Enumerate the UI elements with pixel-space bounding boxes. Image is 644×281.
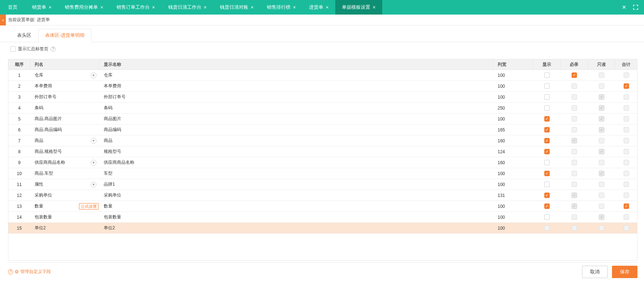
- cell-width[interactable]: 100: [493, 92, 533, 102]
- table-row[interactable]: 11属性+品牌1100: [8, 179, 637, 190]
- table-row[interactable]: 7商品+商品160: [8, 135, 637, 146]
- close-icon[interactable]: ✕: [372, 5, 376, 10]
- checkbox[interactable]: [544, 160, 550, 165]
- checkbox: [599, 138, 604, 143]
- checkbox: [599, 105, 604, 111]
- app-tab[interactable]: 单据模板设置✕: [335, 0, 382, 15]
- checkbox[interactable]: [544, 83, 550, 89]
- show-summary-checkbox[interactable]: [10, 46, 16, 52]
- cell-display-name[interactable]: 包装数量: [99, 212, 493, 222]
- table-row[interactable]: 2本单费用本单费用100: [8, 81, 637, 92]
- cell-width[interactable]: 160: [493, 135, 533, 146]
- formula-button[interactable]: 公式设置: [79, 203, 99, 210]
- app-tab[interactable]: 进货单✕: [303, 0, 335, 15]
- table-row[interactable]: 5商品.商品图片商品图片100: [8, 114, 637, 124]
- table-row[interactable]: 13数量公式设置数量100: [8, 201, 637, 212]
- cell-show: [533, 157, 561, 168]
- cell-display-name[interactable]: 商品编码: [99, 124, 493, 135]
- app-tab[interactable]: 首页: [0, 0, 25, 15]
- cell-display-name[interactable]: 条码: [99, 103, 493, 113]
- checkbox[interactable]: [572, 72, 577, 78]
- cell-display-name[interactable]: 采购单位: [99, 190, 493, 201]
- table-body[interactable]: 1仓库+仓库1002本单费用本单费用1003外部订单号外部订单号1004条码条码…: [8, 70, 637, 261]
- cancel-button[interactable]: 取消: [582, 266, 608, 278]
- add-icon[interactable]: +: [91, 138, 96, 144]
- checkbox[interactable]: [544, 94, 550, 100]
- help-icon[interactable]: ?: [51, 47, 56, 52]
- app-tab[interactable]: 销货单✕: [25, 0, 58, 15]
- section-tab[interactable]: 表头区: [10, 29, 38, 42]
- cell-width[interactable]: 100: [493, 168, 533, 179]
- close-icon[interactable]: ✕: [100, 5, 103, 10]
- cell-display-name[interactable]: 供应商商品名称: [99, 157, 493, 168]
- cell-display-name[interactable]: 品牌1: [99, 179, 493, 190]
- section-tab[interactable]: 表体区-进货单明细: [38, 29, 91, 42]
- checkbox[interactable]: [544, 203, 550, 209]
- checkbox[interactable]: [544, 72, 550, 78]
- add-icon[interactable]: +: [91, 160, 96, 166]
- manage-custom-fields-link[interactable]: ? ⚙ 管理自定义字段: [8, 269, 51, 275]
- save-button[interactable]: 保存: [612, 266, 637, 278]
- cell-width[interactable]: 100: [493, 212, 533, 222]
- checkbox[interactable]: [544, 214, 550, 220]
- cell-display-name[interactable]: 外部订单号: [99, 92, 493, 102]
- app-tab[interactable]: 销售订单工作台✕: [110, 0, 162, 15]
- cell-display-name[interactable]: 商品图片: [99, 114, 493, 124]
- breadcrumb-toggle-icon[interactable]: »: [0, 15, 6, 25]
- checkbox[interactable]: [544, 127, 550, 132]
- cell-width[interactable]: 100: [493, 114, 533, 124]
- table-row[interactable]: 1仓库+仓库100: [8, 70, 637, 81]
- app-tab[interactable]: 销售费用分摊单✕: [58, 0, 110, 15]
- checkbox[interactable]: [544, 149, 550, 154]
- close-icon[interactable]: ✕: [204, 5, 207, 10]
- app-tab[interactable]: 钱货日清工作台✕: [162, 0, 213, 15]
- cell-width[interactable]: 160: [493, 157, 533, 168]
- cell-display-name[interactable]: 仓库: [99, 70, 493, 80]
- app-tab[interactable]: 钱货日清对账✕: [213, 0, 260, 15]
- table-row[interactable]: 3外部订单号外部订单号100: [8, 92, 637, 103]
- table-row[interactable]: 10商品.车型车型100: [8, 168, 637, 179]
- table-row[interactable]: 4条码条码250: [8, 103, 637, 114]
- close-icon[interactable]: ✕: [250, 5, 254, 10]
- close-all-icon[interactable]: ✕: [619, 3, 629, 12]
- cell-width[interactable]: 131: [493, 190, 533, 201]
- cell-width[interactable]: 165: [493, 124, 533, 135]
- cell-display-name[interactable]: 商品: [99, 135, 493, 146]
- checkbox[interactable]: [624, 83, 629, 89]
- table-row[interactable]: 6商品.商品编码商品编码165: [8, 124, 637, 135]
- table-row[interactable]: 8商品.规格型号规格型号124: [8, 146, 637, 157]
- checkbox[interactable]: [624, 203, 629, 209]
- checkbox[interactable]: [544, 105, 550, 111]
- checkbox[interactable]: [544, 171, 550, 176]
- app-tab[interactable]: 销售排行榜✕: [260, 0, 303, 15]
- cell-width[interactable]: 250: [493, 103, 533, 113]
- add-icon[interactable]: +: [91, 72, 96, 78]
- tabbar-actions: ✕: [616, 0, 644, 15]
- cell-width[interactable]: 100: [493, 223, 533, 233]
- table-row[interactable]: 9供应商商品名称+供应商商品名称160: [8, 157, 637, 168]
- close-icon[interactable]: ✕: [293, 5, 296, 10]
- cell-display-name[interactable]: 规格型号: [99, 146, 493, 157]
- col-show: 显示: [533, 59, 561, 70]
- table-row[interactable]: 15单位2单位2100: [8, 223, 637, 234]
- cell-width[interactable]: 100: [493, 201, 533, 211]
- cell-display-name[interactable]: 数量: [99, 201, 493, 211]
- close-icon[interactable]: ✕: [325, 5, 329, 10]
- checkbox[interactable]: [544, 193, 550, 198]
- close-icon[interactable]: ✕: [48, 5, 52, 10]
- checkbox[interactable]: [544, 138, 550, 143]
- checkbox[interactable]: [544, 182, 550, 187]
- cell-width[interactable]: 100: [493, 70, 533, 80]
- cell-width[interactable]: 100: [493, 179, 533, 190]
- table-row[interactable]: 12采购单位采购单位131: [8, 190, 637, 201]
- add-icon[interactable]: +: [91, 182, 96, 187]
- close-icon[interactable]: ✕: [152, 5, 155, 10]
- cell-display-name[interactable]: 本单费用: [99, 81, 493, 91]
- cell-display-name[interactable]: 单位2: [99, 223, 493, 233]
- fullscreen-icon[interactable]: [631, 3, 640, 12]
- cell-width[interactable]: 124: [493, 146, 533, 157]
- cell-display-name[interactable]: 车型: [99, 168, 493, 179]
- checkbox[interactable]: [544, 116, 550, 122]
- cell-width[interactable]: 100: [493, 81, 533, 91]
- table-row[interactable]: 14包装数量包装数量100: [8, 212, 637, 223]
